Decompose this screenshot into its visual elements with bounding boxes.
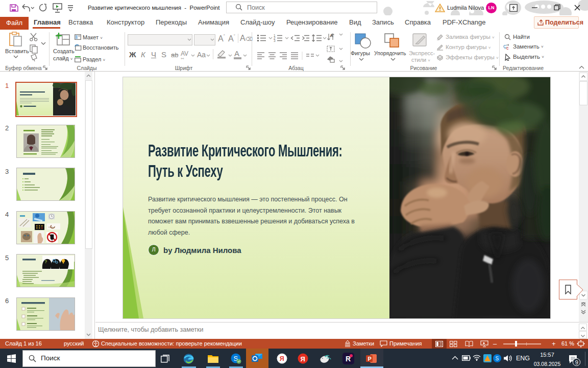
svg-text:c: c: [506, 45, 509, 51]
svg-text:Я: Я: [301, 355, 305, 363]
svg-text:Coffee: Coffee: [48, 226, 55, 228]
svg-text:S: S: [496, 356, 499, 361]
svg-text:P: P: [368, 356, 372, 362]
svg-text:9: 9: [575, 359, 578, 365]
svg-text:А: А: [330, 33, 333, 38]
svg-text:3: 3: [274, 39, 276, 42]
svg-text:?: ?: [44, 259, 47, 264]
svg-text:Я: Я: [280, 355, 284, 362]
